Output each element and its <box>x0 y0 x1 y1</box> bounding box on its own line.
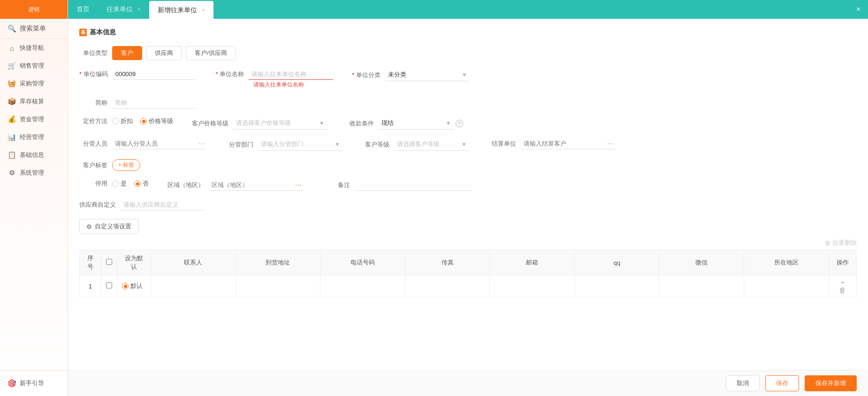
add-row-btn[interactable]: + <box>840 278 845 286</box>
sidebar-purchase-label: 采购管理 <box>20 79 44 88</box>
sidebar-finance-label: 资金管理 <box>20 115 44 124</box>
pricing-price-level[interactable]: 价格等级 <box>140 117 173 125</box>
region-input[interactable] <box>209 179 293 190</box>
row-region-input[interactable] <box>749 283 824 290</box>
email-input[interactable] <box>495 283 570 290</box>
content-area: 基 基本信息 单位类型 客户 供应商 客户/供应商 单位编码 <box>68 19 868 370</box>
sidebar-item-system[interactable]: ⚙ 系统管理 <box>0 164 68 182</box>
code-input[interactable] <box>113 69 197 80</box>
system-icon: ⚙ <box>8 169 16 177</box>
name-label: 单位名称 <box>216 70 249 78</box>
contact-input[interactable] <box>156 283 231 290</box>
contacts-table: 序号 设为默认 联系人 到货地址 电话号码 传真 邮箱 qq 微信 所在地区 操… <box>79 250 857 297</box>
tab-new-partner-close[interactable]: × <box>202 7 205 14</box>
payment-value: 现结 <box>381 119 444 127</box>
customer-price-select[interactable]: 请选择客户价格等级 ▼ <box>233 117 327 130</box>
unit-type-customer[interactable]: 客户 <box>112 46 142 60</box>
region-item: 区域（地区） ··· <box>168 179 303 191</box>
save-button[interactable]: 保存 <box>765 375 799 391</box>
abbr-input[interactable] <box>112 97 197 109</box>
wechat-input[interactable] <box>664 283 739 290</box>
section-title-text: 基本信息 <box>90 28 116 37</box>
sidebar-item-purchase[interactable]: 🧺 采购管理 <box>0 75 68 93</box>
th-email: 邮箱 <box>490 250 575 275</box>
sidebar-item-operations[interactable]: 📊 经营管理 <box>0 128 68 146</box>
category-select[interactable]: 未分类 ▼ <box>385 69 470 81</box>
phone-input[interactable] <box>325 283 400 290</box>
manager-dots-btn[interactable]: ··· <box>197 140 206 148</box>
tab-partners[interactable]: 往来单位 × <box>98 0 149 19</box>
pricing-discount[interactable]: 折扣 <box>112 117 133 125</box>
disabled-no[interactable]: 否 <box>134 179 149 188</box>
save-new-button[interactable]: 保存并新增 <box>805 375 857 391</box>
customer-level-label: 客户等级 <box>361 140 394 149</box>
supplier-custom-input[interactable] <box>121 199 205 210</box>
cancel-button[interactable]: 取消 <box>726 375 760 391</box>
name-error: 请输入往来单位名称 <box>253 80 304 89</box>
sidebar-basic-label: 基础信息 <box>20 151 44 159</box>
dept-select[interactable]: 请输入分管部门 ▼ <box>258 138 343 151</box>
customer-level-arrow-icon: ▼ <box>461 141 466 147</box>
search-icon: 🔍 <box>8 24 16 33</box>
section-title: 基 基本信息 <box>79 28 857 37</box>
name-input[interactable] <box>249 69 333 80</box>
row-fax <box>405 275 490 297</box>
row-action-cell: + 🗑 <box>829 275 856 297</box>
payment-select[interactable]: 现结 ▼ <box>379 117 454 130</box>
row-checkbox[interactable] <box>106 282 112 288</box>
tab-partners-close[interactable]: × <box>137 6 141 13</box>
manager-label: 分管人员 <box>79 140 112 148</box>
qq-input[interactable] <box>579 283 655 290</box>
custom-settings-area: ⚙ 自定义项设置 <box>79 219 857 234</box>
address-input[interactable] <box>241 283 316 290</box>
tab-new-partner[interactable]: 新增往来单位 × <box>149 1 213 20</box>
th-address: 到货地址 <box>236 250 320 275</box>
settlement-item: 结算单位 ··· <box>488 138 615 149</box>
settlement-label: 结算单位 <box>488 140 521 148</box>
customer-level-select[interactable]: 请选择客户等级 ▼ <box>394 138 469 151</box>
customer-price-item: 客户价格等级 请选择客户价格等级 ▼ <box>192 117 327 130</box>
manager-field: ··· <box>112 138 206 149</box>
supplier-custom-label: 供应商自定义 <box>79 201 121 209</box>
dept-placeholder: 请输入分管部门 <box>261 140 333 148</box>
sidebar-item-guide[interactable]: 🎯 新手引导 <box>0 374 68 392</box>
select-all-checkbox[interactable] <box>106 259 112 265</box>
unit-type-supplier[interactable]: 供应商 <box>146 46 182 60</box>
payment-item: 收款条件 现结 ▼ ? <box>346 117 463 130</box>
abbr-item: 简称 <box>79 97 197 109</box>
row-contact <box>151 275 236 297</box>
tab-home[interactable]: 首页 <box>68 0 98 19</box>
sidebar-item-search[interactable]: 🔍 搜索菜单 <box>0 19 68 39</box>
region-dots-btn[interactable]: ··· <box>293 181 303 189</box>
inventory-icon: 📦 <box>8 97 16 106</box>
settlement-dots-btn[interactable]: ··· <box>605 140 615 148</box>
sidebar-item-basic[interactable]: 📋 基础信息 <box>0 146 68 164</box>
row-qq <box>574 275 659 297</box>
default-label: 默认 <box>130 282 143 290</box>
sidebar-item-sales[interactable]: 🛒 销售管理 <box>0 57 68 75</box>
remark-input[interactable] <box>355 179 472 190</box>
price-level-radio <box>140 118 147 124</box>
custom-settings-button[interactable]: ⚙ 自定义项设置 <box>79 219 138 234</box>
batch-delete-label[interactable]: 批量删除 <box>832 239 857 247</box>
fax-input[interactable] <box>410 283 485 290</box>
footer: 取消 保存 保存并新增 <box>68 370 868 396</box>
tab-bar-close-btn[interactable]: × <box>849 5 868 14</box>
ops-icon: 📊 <box>8 133 16 141</box>
settlement-input[interactable] <box>521 138 605 149</box>
manager-input[interactable] <box>112 138 197 149</box>
dept-arrow-icon: ▼ <box>335 141 340 147</box>
sidebar-item-finance[interactable]: 💰 资金管理 <box>0 110 68 128</box>
delete-row-btn[interactable]: 🗑 <box>839 286 846 294</box>
add-tag-button[interactable]: + 标签 <box>112 159 140 171</box>
sidebar-item-inventory[interactable]: 📦 库存核算 <box>0 93 68 110</box>
unit-type-both[interactable]: 客户/供应商 <box>186 46 236 60</box>
row-address <box>236 275 320 297</box>
payment-help-icon[interactable]: ? <box>456 120 463 127</box>
unit-type-label: 单位类型 <box>79 49 112 57</box>
row-default-radio[interactable]: 默认 <box>122 282 146 290</box>
disabled-yes[interactable]: 是 <box>112 179 127 188</box>
settlement-field: ··· <box>521 138 615 149</box>
sidebar-item-quicknav[interactable]: ⌂ 快捷导航 <box>0 39 68 57</box>
disabled-item: 停用 是 否 <box>79 179 149 188</box>
